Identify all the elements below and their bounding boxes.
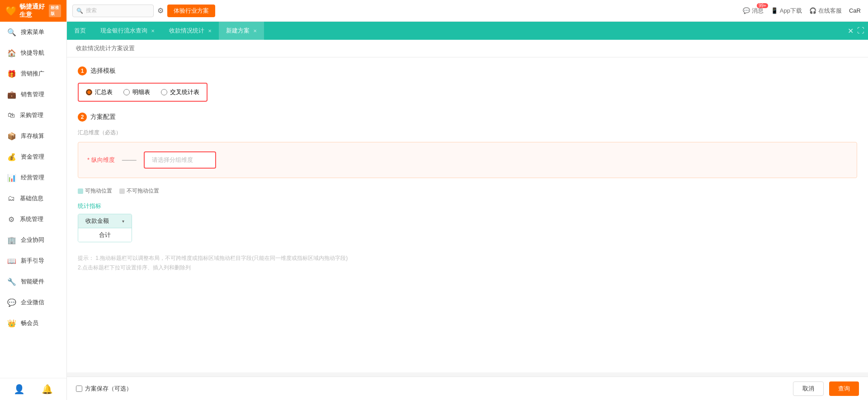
sidebar-menu: 🔍 搜索菜单 🏠 快捷导航 🎁 营销推广 💼 销售管理 🛍 采购管理 📦 库存核… — [0, 22, 66, 378]
metrics-table-header[interactable]: 收款金额 ▾ — [78, 214, 132, 228]
config-section: 2 方案配置 汇总维度（必选） * 纵向维度 —— 请选择分组维度 可拖动位置 — [78, 113, 857, 272]
dimension-label-text: 汇总维度（必选） — [78, 129, 121, 136]
sidebar-label-smart-hw: 智能硬件 — [21, 278, 44, 286]
sidebar-icon-search-menu: 🔍 — [7, 28, 16, 37]
sidebar-item-marketing[interactable]: 🎁 营销推广 — [0, 63, 66, 84]
radio-summary-input[interactable] — [86, 89, 92, 95]
metrics-row-label: 合计 — [99, 231, 111, 238]
metrics-legend: 可拖动位置 不可拖动位置 — [78, 187, 857, 195]
gear-icon[interactable]: ⚙ — [157, 6, 164, 15]
download-icon: 📱 — [771, 7, 778, 14]
footer-actions: 方案保存（可选） 取消 查询 — [67, 376, 868, 400]
sidebar-label-basic-info: 基础信息 — [20, 194, 43, 202]
sidebar-label-beginner: 新手引导 — [21, 257, 44, 265]
sidebar-item-wechat[interactable]: 💬 企业微信 — [0, 292, 66, 313]
tips-section: 提示： 1.拖动标题栏可以调整布局，不可跨维度或指标区域拖动栏目字段(只能在同一… — [78, 254, 857, 272]
sidebar-icon-system: ⚙ — [7, 215, 15, 224]
sidebar-label-wechat: 企业微信 — [21, 298, 44, 306]
sidebar-item-quick-nav[interactable]: 🏠 快捷导航 — [0, 42, 66, 63]
sidebar-item-beginner[interactable]: 📖 新手引导 — [0, 250, 66, 271]
sidebar-item-system[interactable]: ⚙ 系统管理 — [0, 209, 66, 230]
sidebar-item-enterprise[interactable]: 🏢 企业协同 — [0, 230, 66, 250]
app-download-label: App下载 — [780, 7, 802, 15]
main-content: 收款情况统计方案设置 1 选择模板 汇总表 明细表 交叉统计表 — [67, 40, 868, 400]
app-download-item[interactable]: 📱 App下载 — [771, 7, 802, 15]
metrics-section: 统计指标 收款金额 ▾ 合计 — [78, 202, 857, 244]
sidebar-icon-quick-nav: 🏠 — [7, 49, 16, 57]
cancel-button[interactable]: 取消 — [793, 381, 824, 396]
tab-close-bank-flow[interactable]: ✕ — [151, 28, 155, 33]
legend-movable-dot — [78, 188, 83, 194]
page-title: 收款情况统计方案设置 — [76, 45, 135, 52]
legend-movable: 可拖动位置 — [78, 187, 112, 195]
metrics-section-label: 统计指标 — [78, 202, 857, 210]
dimension-select[interactable]: 请选择分组维度 — [144, 151, 216, 169]
online-service-item[interactable]: 🎧 在线客服 — [809, 7, 842, 15]
sidebar-item-smart-hw[interactable]: 🔧 智能硬件 — [0, 271, 66, 292]
legend-fixed-dot — [119, 188, 125, 194]
sidebar-footer-icon-2[interactable]: 🔔 — [42, 384, 53, 395]
radio-summary-label: 汇总表 — [95, 88, 113, 96]
sidebar-label-sales: 销售管理 — [21, 90, 44, 99]
sidebar-logo: 🧡 畅捷通好生意 标准版 — [0, 0, 66, 22]
search-placeholder: 搜索 — [86, 7, 97, 14]
radio-cross-input[interactable] — [161, 89, 167, 95]
save-checkbox[interactable] — [76, 386, 82, 392]
step2-num: 2 — [78, 113, 87, 122]
tab-close-new-plan[interactable]: ✕ — [253, 28, 257, 33]
header-right: 💬 消息 99+ 📱 App下载 🎧 在线客服 CaR — [743, 7, 868, 15]
header-left: 🔍 搜索 ⚙ 体验行业方案 — [67, 5, 221, 17]
sidebar-item-member[interactable]: 👑 畅会员 — [0, 313, 66, 334]
radio-cross[interactable]: 交叉统计表 — [161, 88, 199, 96]
tab-bar-right: ✕ ⛶ — [848, 27, 868, 35]
header-search[interactable]: 🔍 搜索 — [72, 5, 154, 17]
sidebar-label-search-menu: 搜索菜单 — [21, 28, 44, 36]
metrics-col-header: 收款金额 — [85, 217, 109, 225]
sidebar-item-finance[interactable]: 💰 资金管理 — [0, 146, 66, 167]
row-dimension-label: * 纵向维度 — [87, 156, 115, 164]
sidebar-footer-icon-1[interactable]: 👤 — [14, 384, 25, 395]
tab-home[interactable]: 首页 — [67, 22, 93, 40]
tab-bar: 首页现金银行流水查询✕收款情况统计✕新建方案✕ ✕ ⛶ — [67, 22, 868, 40]
app-badge: 标准版 — [49, 5, 61, 17]
footer-left: 方案保存（可选） — [67, 385, 793, 393]
metrics-chevron-icon[interactable]: ▾ — [122, 219, 124, 224]
sidebar-item-sales[interactable]: 💼 销售管理 — [0, 84, 66, 105]
step1-label: 选择模板 — [90, 67, 116, 75]
sidebar-icon-smart-hw: 🔧 — [7, 278, 16, 286]
radio-detail[interactable]: 明细表 — [123, 88, 150, 96]
query-button[interactable]: 查询 — [829, 381, 859, 396]
dimension-arrow: —— — [122, 156, 137, 164]
sidebar-item-search-menu[interactable]: 🔍 搜索菜单 — [0, 22, 66, 42]
save-label: 方案保存（可选） — [85, 385, 132, 393]
industry-btn[interactable]: 体验行业方案 — [167, 5, 215, 17]
sidebar-icon-sales: 💼 — [7, 90, 16, 99]
step2-indicator: 2 方案配置 — [78, 113, 857, 122]
sidebar-item-basic-info[interactable]: 🗂 基础信息 — [0, 188, 66, 209]
sidebar-label-finance: 资金管理 — [21, 153, 44, 161]
close-window-icon[interactable]: ✕ — [848, 27, 854, 35]
user-avatar[interactable]: CaR — [849, 7, 861, 14]
tab-label-home: 首页 — [74, 27, 86, 35]
user-name: CaR — [849, 7, 861, 14]
tab-label-bank-flow: 现金银行流水查询 — [100, 27, 147, 35]
sidebar-icon-finance: 💰 — [7, 153, 16, 161]
footer-right: 取消 查询 — [793, 381, 868, 396]
tab-new-plan[interactable]: 新建方案✕ — [219, 22, 264, 40]
radio-detail-input[interactable] — [123, 89, 130, 95]
search-icon: 🔍 — [76, 8, 83, 14]
tab-collection-stat[interactable]: 收款情况统计✕ — [162, 22, 219, 40]
step1-indicator: 1 选择模板 — [78, 66, 857, 75]
tab-label-new-plan: 新建方案 — [226, 27, 250, 35]
header: 🔍 搜索 ⚙ 体验行业方案 💬 消息 99+ 📱 App下载 🎧 在线客服 Ca… — [67, 0, 868, 22]
sidebar-item-inventory[interactable]: 📦 库存核算 — [0, 126, 66, 146]
sidebar-label-purchase: 采购管理 — [20, 111, 43, 119]
sidebar-icon-operations: 📊 — [7, 174, 16, 182]
tab-bank-flow[interactable]: 现金银行流水查询✕ — [93, 22, 162, 40]
sidebar-item-operations[interactable]: 📊 经营管理 — [0, 167, 66, 188]
sidebar-item-purchase[interactable]: 🛍 采购管理 — [0, 105, 66, 126]
radio-summary[interactable]: 汇总表 — [86, 88, 113, 96]
maximize-icon[interactable]: ⛶ — [857, 27, 864, 35]
notification-item[interactable]: 💬 消息 99+ — [743, 7, 764, 15]
tab-close-collection-stat[interactable]: ✕ — [208, 28, 212, 33]
